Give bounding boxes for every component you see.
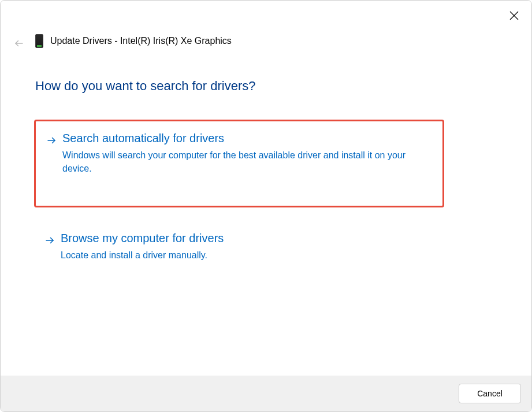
close-icon xyxy=(509,11,519,20)
arrow-right-icon xyxy=(44,235,55,262)
window-title: Update Drivers - Intel(R) Iris(R) Xe Gra… xyxy=(50,36,232,46)
option-title: Search automatically for drivers xyxy=(62,132,432,145)
page-heading: How do you want to search for drivers? xyxy=(35,79,256,94)
option-description: Locate and install a driver manually. xyxy=(61,248,434,262)
option-body: Search automatically for drivers Windows… xyxy=(62,132,432,192)
device-icon xyxy=(35,34,43,48)
cancel-button[interactable]: Cancel xyxy=(459,384,521,403)
arrow-right-icon xyxy=(46,135,57,192)
option-body: Browse my computer for drivers Locate an… xyxy=(61,232,434,262)
option-title: Browse my computer for drivers xyxy=(61,232,434,245)
option-search-automatically[interactable]: Search automatically for drivers Windows… xyxy=(34,120,444,207)
back-button xyxy=(11,35,27,51)
back-arrow-icon xyxy=(14,38,24,49)
title-bar: Update Drivers - Intel(R) Iris(R) Xe Gra… xyxy=(35,34,232,48)
close-button[interactable] xyxy=(505,6,523,25)
option-browse-computer[interactable]: Browse my computer for drivers Locate an… xyxy=(34,221,444,276)
option-description: Windows will search your computer for th… xyxy=(62,149,432,175)
dialog-footer: Cancel xyxy=(1,376,531,411)
